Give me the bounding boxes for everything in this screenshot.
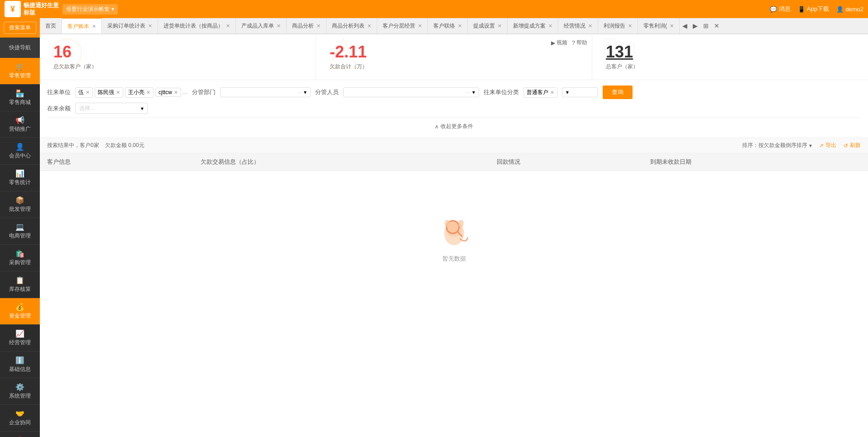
tab-close-cost-inbound[interactable]: ✕	[277, 23, 281, 29]
balance-select[interactable]: 选择... ▾	[75, 103, 148, 114]
tag-close-category[interactable]: ✕	[550, 90, 554, 95]
sidebar-item-finance[interactable]: 💰 资金管理	[0, 298, 40, 325]
user-avatar[interactable]: 👤 demo2	[836, 6, 863, 13]
avatar-icon: 👤	[836, 6, 844, 13]
sidebar-item-enterprise[interactable]: 🤝 企业协同	[0, 405, 40, 432]
unit-tag-cjttcw[interactable]: cjttcw ✕	[155, 88, 181, 97]
stats-row: ¥ 16 总欠款客户（家） !	[40, 34, 868, 80]
tab-close-profit[interactable]: ✕	[628, 23, 632, 29]
tab-home[interactable]: 首页	[40, 18, 62, 34]
tab-goods-analysis-list[interactable]: 商品分析列表 ✕	[326, 18, 377, 34]
sidebar-item-retail-stats[interactable]: 📊 零售统计	[0, 165, 40, 191]
tab-goods-analysis[interactable]: 商品分析 ✕	[287, 18, 326, 34]
tab-close-new-promo[interactable]: ✕	[548, 23, 552, 29]
tab-close-customer-layer[interactable]: ✕	[418, 23, 422, 29]
sidebar-item-retail-mgmt[interactable]: 🛒 零售管理	[0, 58, 40, 85]
tab-close-customer-capital[interactable]: ✕	[92, 24, 96, 29]
stats-icon: 📊	[2, 169, 38, 178]
tab-ops-status[interactable]: 经营情况 ✕	[558, 18, 598, 34]
logo-area: ¥ 畅捷通好生意 标版	[5, 1, 59, 17]
ecommerce-icon: 💻	[2, 223, 38, 231]
stat-debt-amount: ! -2.11 欠款合计（万） ▶ 视频 ? 帮助	[316, 34, 592, 80]
sidebar-search-area: 搜索菜单	[0, 18, 40, 38]
video-icon: ▶	[551, 40, 555, 46]
unit-tag-more[interactable]: ...	[183, 89, 187, 95]
tab-close-promotion[interactable]: ✕	[498, 23, 502, 29]
refresh-btn[interactable]: ↺ 刷新	[844, 142, 861, 149]
svg-text:!: !	[342, 53, 345, 66]
quick-nav-area: 快捷导航	[0, 38, 40, 58]
category-tag-normal[interactable]: 普通客户 ✕	[523, 87, 557, 98]
tab-cost-inbound[interactable]: 产成品入库单 ✕	[236, 18, 287, 34]
person-more-icon: ···	[466, 89, 470, 95]
sidebar-item-member[interactable]: 👤 会员中心	[0, 138, 40, 165]
sidebar-item-operations[interactable]: 📈 经营管理	[0, 325, 40, 352]
tab-customer-capital[interactable]: 客户账本 ✕	[62, 18, 102, 34]
sidebar-item-base-info[interactable]: ℹ️ 基础信息	[0, 352, 40, 378]
export-btn[interactable]: ↗ 导出	[819, 142, 836, 149]
base-info-icon: ℹ️	[2, 356, 38, 365]
sidebar-item-newbie[interactable]: 🎯 新手引导	[0, 432, 40, 437]
tab-expand-btn[interactable]: ⊞	[700, 18, 711, 34]
stat-total-debtors: ¥ 16 总欠款客户（家）	[40, 34, 316, 80]
tab-new-promotion[interactable]: 新增提成方案 ✕	[508, 18, 558, 34]
unit-tag-wang[interactable]: 王小亮 ✕	[125, 87, 153, 98]
dept-select[interactable]: ··· ▾	[220, 87, 311, 97]
table-header: 客户信息 欠款交易信息（占比） 回款情况 到期未收款日期	[40, 153, 868, 171]
tab-close-all-btn[interactable]: ✕	[711, 18, 722, 34]
video-btn[interactable]: ▶ 视频	[551, 39, 567, 47]
unit-tag-wu[interactable]: 伍 ✕	[75, 87, 93, 98]
app-download-btn[interactable]: 📱 App下载	[798, 5, 829, 13]
store-selector[interactable]: 母婴行业演示帐套 ▾	[62, 4, 118, 14]
sidebar-item-retail-mall[interactable]: 🏪 零售商城	[0, 85, 40, 111]
results-bar: 搜索结果中，客户0家 欠款金额 0.00元 排序：按欠款金额倒序排序 ▾ ↗ 导…	[40, 138, 868, 153]
marketing-icon: 📢	[2, 116, 38, 124]
search-menu-btn[interactable]: 搜索菜单	[4, 22, 36, 34]
tab-purchase-order[interactable]: 采购订单统计表 ✕	[102, 18, 158, 34]
tab-customer-layer[interactable]: 客户分层经营 ✕	[377, 18, 428, 34]
query-button[interactable]: 查询	[603, 86, 633, 99]
tab-close-stock-stats[interactable]: ✕	[226, 23, 230, 29]
tab-close-goods-list[interactable]: ✕	[367, 23, 371, 29]
category-select[interactable]: ▾	[562, 87, 598, 97]
tab-close-retail-profit[interactable]: ✕	[670, 23, 674, 29]
tag-close-cjttcw[interactable]: ✕	[174, 90, 178, 95]
sidebar-item-purchase[interactable]: 🛍️ 采购管理	[0, 245, 40, 271]
tab-profit-report[interactable]: 利润报告 ✕	[598, 18, 638, 34]
sidebar-item-marketing[interactable]: 📢 营销推广	[0, 111, 40, 138]
sidebar-item-system[interactable]: ⚙️ 系统管理	[0, 378, 40, 405]
balance-chevron: ▾	[141, 105, 144, 112]
unit-tag-chen[interactable]: 陈民强 ✕	[95, 87, 123, 98]
help-btn[interactable]: ? 帮助	[572, 39, 587, 47]
tag-close-wu[interactable]: ✕	[86, 90, 90, 95]
message-btn[interactable]: 💬 消息	[770, 5, 791, 13]
person-label: 分管人员	[315, 88, 339, 96]
sidebar-item-ecommerce[interactable]: 💻 电商管理	[0, 218, 40, 245]
tab-close-ops[interactable]: ✕	[588, 23, 592, 29]
tab-close-customer-contact[interactable]: ✕	[458, 23, 462, 29]
empty-illustration	[434, 207, 475, 249]
filter-row-2: 在来余额 选择... ▾	[47, 103, 861, 114]
sort-selector[interactable]: 排序：按欠款金额倒序排序 ▾	[742, 142, 812, 149]
finance-icon: 💰	[2, 303, 38, 311]
sort-chevron: ▾	[809, 142, 812, 149]
sidebar-item-wholesale[interactable]: 📦 批发管理	[0, 191, 40, 218]
tab-close-goods-analysis[interactable]: ✕	[317, 23, 321, 29]
tab-close-purchase-order[interactable]: ✕	[148, 23, 152, 29]
empty-state: 暂无数据	[40, 171, 868, 299]
message-icon: 💬	[770, 6, 777, 13]
tab-stock-stats[interactable]: 进货单统计表（按商品） ✕	[158, 18, 236, 34]
tab-prev-btn[interactable]: ◀	[680, 18, 690, 34]
tab-customer-contact[interactable]: 客户联络 ✕	[428, 18, 468, 34]
tag-close-chen[interactable]: ✕	[116, 90, 120, 95]
tag-close-wang[interactable]: ✕	[146, 90, 150, 95]
tab-promotion-settings[interactable]: 提成设置 ✕	[468, 18, 508, 34]
person-select[interactable]: ··· ▾	[343, 87, 479, 97]
tab-next-btn[interactable]: ▶	[690, 18, 700, 34]
sidebar-item-inventory[interactable]: 📋 库存核算	[0, 271, 40, 298]
collapse-btn[interactable]: ∧ 收起更多条件	[47, 123, 861, 130]
logo-icon: ¥	[5, 1, 21, 17]
quick-nav-btn[interactable]: 快捷导航	[4, 41, 36, 54]
col-repayment: 回款情况	[489, 153, 643, 171]
tab-retail-profit[interactable]: 零售利润( ✕	[638, 18, 680, 34]
